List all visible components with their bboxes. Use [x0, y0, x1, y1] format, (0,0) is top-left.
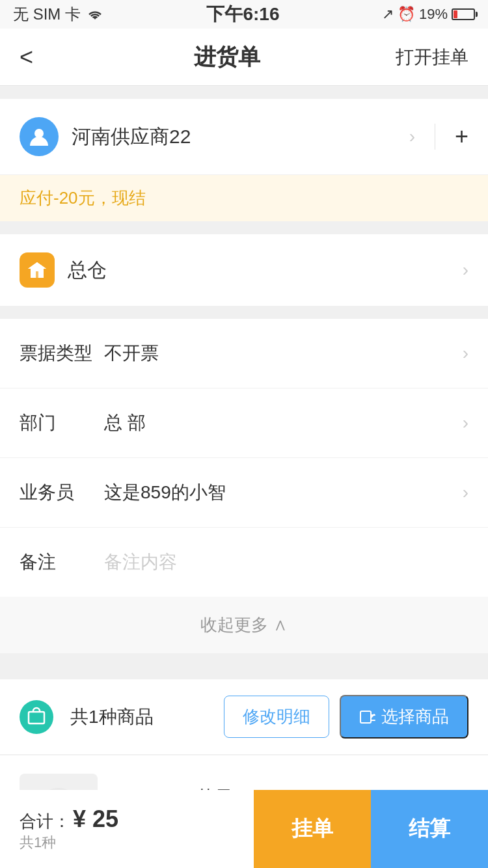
warehouse-row[interactable]: 总仓 › — [0, 234, 488, 306]
remark-input[interactable]: 备注内容 — [104, 550, 468, 575]
divider-1 — [0, 86, 488, 99]
product-count-text: 共1种商品 — [70, 705, 213, 729]
invoice-chevron-icon: › — [463, 343, 468, 364]
nav-bar: < 进货单 打开挂单 — [0, 29, 488, 86]
collapse-row[interactable]: 收起更多 ∧ — [0, 597, 488, 653]
cart-icon — [26, 707, 47, 727]
vertical-divider — [435, 124, 435, 150]
form-section: 票据类型 不开票 › 部门 总 部 › 业务员 这是859的小智 › 备注 备注… — [0, 319, 488, 597]
battery-percent: 19% — [419, 6, 448, 23]
staff-value: 这是859的小智 — [104, 480, 463, 505]
dept-row[interactable]: 部门 总 部 › — [0, 388, 488, 458]
person-icon — [27, 125, 51, 148]
select-product-button[interactable]: 选择商品 — [340, 695, 468, 739]
supplier-chevron-icon: › — [409, 126, 415, 147]
divider-2 — [0, 653, 488, 666]
total-amount: ¥ 25 — [73, 806, 118, 833]
select-product-icon — [359, 709, 376, 726]
status-time: 下午6:16 — [206, 2, 279, 27]
supplier-name: 河南供应商22 — [72, 124, 409, 150]
svg-rect-3 — [29, 712, 44, 724]
supplier-row[interactable]: 河南供应商22 › + — [0, 99, 488, 175]
svg-rect-4 — [360, 711, 371, 723]
remark-label: 备注 — [20, 550, 104, 575]
warehouse-chevron-icon: › — [463, 260, 468, 280]
footer: 合计： ¥ 25 共1种 挂单 结算 — [0, 790, 488, 868]
invoice-row[interactable]: 票据类型 不开票 › — [0, 319, 488, 388]
products-header: 共1种商品 修改明细 选择商品 — [0, 679, 488, 754]
supplier-section: 河南供应商22 › + 应付-20元，现结 — [0, 99, 488, 221]
hang-button[interactable]: 挂单 — [254, 790, 371, 868]
warehouse-section: 总仓 › — [0, 234, 488, 306]
add-supplier-button[interactable]: + — [455, 123, 468, 150]
dept-chevron-icon: › — [463, 413, 468, 433]
checkout-button[interactable]: 结算 — [371, 790, 488, 868]
total-label: 合计： — [20, 810, 70, 833]
wifi-icon — [86, 8, 104, 21]
remark-row[interactable]: 备注 备注内容 — [0, 528, 488, 597]
back-button[interactable]: < — [20, 44, 59, 71]
open-pending-button[interactable]: 打开挂单 — [396, 45, 468, 70]
staff-row[interactable]: 业务员 这是859的小智 › — [0, 458, 488, 528]
status-left: 无 SIM 卡 — [13, 4, 104, 25]
select-product-label: 选择商品 — [381, 705, 449, 728]
invoice-value: 不开票 — [104, 341, 463, 366]
svg-point-0 — [34, 129, 44, 138]
invoice-label: 票据类型 — [20, 341, 104, 366]
status-right: ↗ ⏰ 19% — [382, 6, 475, 23]
dept-label: 部门 — [20, 411, 104, 435]
battery-icon — [452, 8, 475, 20]
page-title: 进货单 — [194, 42, 260, 72]
warehouse-icon — [20, 252, 55, 288]
house-icon — [27, 260, 47, 280]
total-sub: 共1种 — [20, 833, 234, 852]
product-count-icon — [20, 700, 53, 734]
warehouse-name: 总仓 — [68, 257, 463, 284]
staff-label: 业务员 — [20, 480, 104, 505]
carrier-text: 无 SIM 卡 — [13, 4, 81, 25]
edit-detail-button[interactable]: 修改明细 — [224, 696, 329, 738]
warning-banner: 应付-20元，现结 — [0, 175, 488, 221]
location-icon: ↗ — [382, 6, 394, 23]
supplier-avatar — [20, 117, 59, 156]
staff-chevron-icon: › — [463, 482, 468, 503]
status-bar: 无 SIM 卡 下午6:16 ↗ ⏰ 19% — [0, 0, 488, 29]
dept-value: 总 部 — [104, 411, 463, 435]
alarm-icon: ⏰ — [398, 6, 415, 23]
footer-total: 合计： ¥ 25 共1种 — [0, 790, 254, 868]
